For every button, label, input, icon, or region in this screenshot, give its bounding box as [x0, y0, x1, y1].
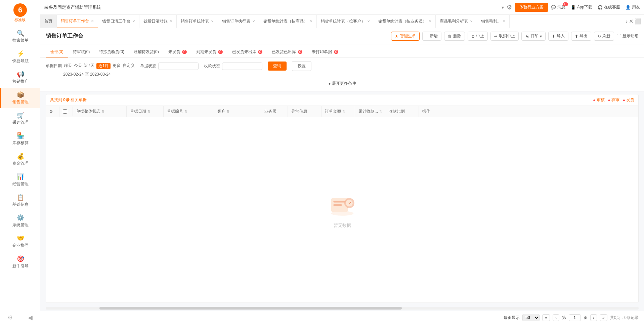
- filter-status-select[interactable]: [158, 63, 199, 70]
- topbar-actions: 💬 消息 6 📱 App下载 🎧 在线客服 👤 用友: [551, 4, 640, 10]
- tab-sales-exec[interactable]: 销售订单执行表 ✕: [218, 15, 259, 28]
- user-icon: 👤: [626, 5, 631, 10]
- subtab-wangpu[interactable]: 旺铺待发货(0): [129, 47, 164, 57]
- topbar-user[interactable]: 👤 用友: [626, 4, 640, 10]
- th-no-sort-icon[interactable]: ⇅: [184, 110, 187, 113]
- tab-sales-workbench[interactable]: 销售订单工作台 ✕: [57, 15, 98, 28]
- sidebar-settings-btn[interactable]: ⚙: [7, 314, 13, 321]
- subtab-shipped-not-out[interactable]: 已发货未出库 0: [227, 47, 267, 57]
- tab-gross-margin[interactable]: 商品毛利分析表 ✕: [436, 15, 477, 28]
- tab-sales-by-product[interactable]: 销货单统计表（按商品） ✕: [259, 15, 317, 28]
- tab-cash-daily[interactable]: 钱货日清工作台 ✕: [98, 15, 139, 28]
- date-opt-custom[interactable]: 自定义: [123, 63, 135, 69]
- tab-sales-by-product-close-icon[interactable]: ✕: [310, 19, 312, 23]
- subtab-all[interactable]: 全部(0): [46, 47, 68, 57]
- tab-fullscreen-btn[interactable]: ⬜: [635, 18, 641, 25]
- horizontal-scrollbar[interactable]: [46, 307, 639, 310]
- tab-sales-more-close-icon[interactable]: ✕: [503, 19, 505, 23]
- show-detail-checkbox[interactable]: 显示明细: [617, 33, 639, 39]
- filter-collection-select[interactable]: [222, 63, 262, 70]
- subtab-pending-inspect[interactable]: 待拣货验货(0): [94, 47, 129, 57]
- topbar-app-download[interactable]: 📱 App下载: [571, 4, 592, 10]
- page-first-btn[interactable]: «: [542, 314, 550, 321]
- anti-audit-btn[interactable]: ● 弃审: [608, 97, 619, 103]
- subtab-shipped-out-count: 0: [298, 50, 303, 54]
- page-last-btn[interactable]: »: [600, 314, 607, 321]
- tab-gross-margin-close-icon[interactable]: ✕: [470, 19, 473, 23]
- select-all-checkbox[interactable]: [63, 109, 67, 114]
- sidebar-item-corp[interactable]: 🤝 企业协同: [0, 231, 40, 252]
- date-opt-today[interactable]: 今天: [74, 63, 82, 69]
- tab-sales-stat-close-icon[interactable]: ✕: [211, 19, 214, 23]
- th-collected-sort-icon[interactable]: ⇅: [379, 110, 382, 113]
- sidebar-item-basic[interactable]: 📋 基础信息: [0, 190, 40, 211]
- th-status-sort-icon[interactable]: ⇅: [102, 110, 104, 113]
- tab-cash-reconcile-close-icon[interactable]: ✕: [170, 19, 172, 23]
- th-gear[interactable]: ⚙: [46, 107, 59, 117]
- sidebar-item-purchase[interactable]: 🛒 采购管理: [0, 108, 40, 129]
- topbar-settings-icon[interactable]: ⚙: [507, 4, 512, 11]
- tab-sales-close-icon[interactable]: ✕: [91, 19, 94, 23]
- tab-home[interactable]: 首页: [40, 15, 57, 28]
- subtab-not-shipped[interactable]: 未发货 0: [164, 47, 191, 57]
- page-size-select[interactable]: 50 10 20 100: [522, 314, 540, 321]
- scroll-thumb[interactable]: [99, 307, 402, 310]
- subtab-not-printed[interactable]: 未打印单据 0: [307, 47, 343, 57]
- delete-button[interactable]: 🗑 删除: [444, 32, 465, 41]
- subtab-overdue-not-shipped[interactable]: 到期未发货 0: [191, 47, 227, 57]
- date-opt-yesterday[interactable]: 昨天: [64, 63, 72, 69]
- expand-filter-btn[interactable]: ▾ 展开更多条件: [46, 79, 639, 88]
- sidebar-item-system[interactable]: ⚙️ 系统管理: [0, 211, 40, 231]
- tab-sales-by-customer-close-icon[interactable]: ✕: [367, 19, 370, 23]
- audit-btn[interactable]: ● 审核: [593, 97, 604, 103]
- page-number-input[interactable]: [569, 314, 581, 321]
- show-detail-input[interactable]: [617, 34, 621, 38]
- logo-icon: 6: [13, 3, 27, 17]
- sidebar-item-guide[interactable]: 🎯 新手引导: [0, 252, 40, 272]
- refresh-button[interactable]: ↻ 刷新: [594, 32, 614, 41]
- th-amount-sort-icon[interactable]: ⇅: [342, 110, 345, 113]
- date-opt-last7[interactable]: 近7天: [84, 63, 94, 69]
- topbar-service[interactable]: 🎧 在线客服: [598, 4, 620, 10]
- date-opt-more[interactable]: 更多: [113, 63, 121, 69]
- tab-sales-stat[interactable]: 销售订单统计表 ✕: [177, 15, 218, 28]
- stop-button[interactable]: ⊘ 中止: [468, 32, 488, 41]
- tab-close-all-btn[interactable]: ✕: [629, 18, 633, 25]
- date-opt-last1month[interactable]: 近1月: [96, 63, 111, 69]
- tab-cash-reconcile[interactable]: 钱货日清对账 ✕: [139, 15, 177, 28]
- query-button[interactable]: 查询: [268, 62, 287, 71]
- setting-button[interactable]: 设置: [292, 61, 311, 71]
- ship-btn[interactable]: ● 发货: [623, 97, 634, 103]
- add-button[interactable]: + 新增: [422, 32, 441, 41]
- subtab-shipped-out[interactable]: 已发货已出库 0: [267, 47, 307, 57]
- sidebar-item-operation[interactable]: 📊 经营管理: [0, 170, 40, 190]
- cancel-stop-button[interactable]: ↩ 取消中止: [490, 32, 519, 41]
- topbar-dropdown-icon[interactable]: ▾: [502, 5, 504, 10]
- sidebar-item-marketing[interactable]: 📢 营销推广: [0, 67, 40, 88]
- sidebar-item-quicknav[interactable]: ⚡ 快捷导航: [0, 47, 40, 67]
- subtab-pending[interactable]: 待审核(0): [68, 47, 95, 57]
- th-customer-sort-icon[interactable]: ⇅: [227, 110, 229, 113]
- sidebar-item-finance[interactable]: 💰 资金管理: [0, 149, 40, 170]
- tab-sales-exec-close-icon[interactable]: ✕: [252, 19, 255, 23]
- tab-more-btn[interactable]: ›: [626, 18, 628, 25]
- smart-generate-button[interactable]: ★ 智能生单: [391, 32, 420, 41]
- tab-sales-by-staff-close-icon[interactable]: ✕: [429, 19, 431, 23]
- th-checkbox[interactable]: [59, 107, 73, 116]
- sidebar-collapse-btn[interactable]: ◀: [28, 314, 33, 321]
- tab-sales-by-customer[interactable]: 销货单统计表（按客户） ✕: [317, 15, 374, 28]
- page-prev-btn[interactable]: ‹: [553, 314, 559, 321]
- tab-sales-more[interactable]: 销售毛利... ✕: [477, 15, 510, 28]
- tab-sales-by-staff[interactable]: 销货单统计表（按业务员） ✕: [374, 15, 436, 28]
- th-date-sort-icon[interactable]: ⇅: [147, 110, 150, 113]
- industry-plan-button[interactable]: 体验行业方案: [515, 3, 548, 12]
- sidebar-item-inventory[interactable]: 🏪 库存核算: [0, 129, 40, 149]
- import-button[interactable]: ⬇ 导入: [548, 32, 568, 41]
- topbar-message[interactable]: 💬 消息 6: [551, 4, 565, 10]
- tab-cash-daily-close-icon[interactable]: ✕: [132, 19, 135, 23]
- sidebar-item-sales[interactable]: 📦 销售管理: [0, 88, 40, 108]
- sidebar-item-search[interactable]: 🔍 搜索菜单: [0, 26, 40, 47]
- print-button[interactable]: 🖨 打印 ▾: [521, 32, 546, 41]
- page-next-btn[interactable]: ›: [590, 314, 597, 321]
- export-button[interactable]: ⬆ 导出: [571, 32, 591, 41]
